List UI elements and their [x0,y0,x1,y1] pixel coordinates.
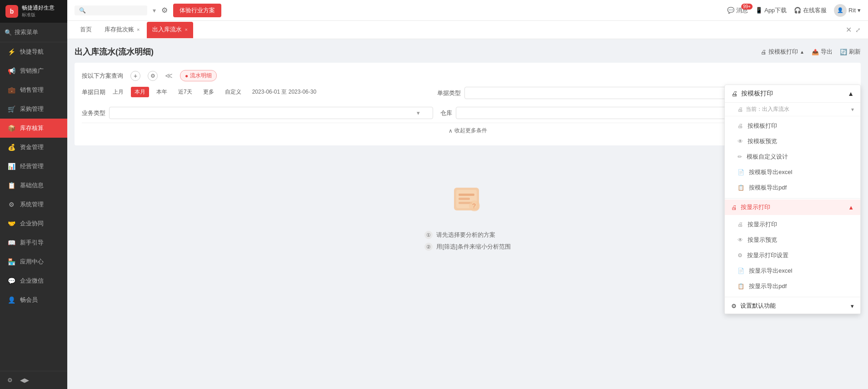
tab-home[interactable]: 首页 [75,22,97,38]
search-menu-label: 搜索菜单 [15,28,38,36]
date-btn-last-month[interactable]: 上月 [109,87,127,97]
tab-expand-icon[interactable]: ⤢ [855,26,861,34]
display-section-label: 按显示打印 [741,203,770,211]
sidebar-item-system[interactable]: ⚙ 系统管理 [0,195,67,214]
filter-collapse-btn[interactable]: ≪ [165,71,173,80]
sidebar-logo: b 畅捷通好生意 标准版 [0,0,67,23]
sidebar-settings-icon[interactable]: ⚙ [7,377,13,384]
dropdown-item-template-excel[interactable]: 📄 按模板导出excel [725,165,860,180]
date-btn-this-month[interactable]: 本月 [131,87,149,97]
active-filter-dot: ● [185,73,188,79]
message-badge: 99+ [741,4,753,10]
sidebar-item-inventory[interactable]: 📦 库存核算 [0,119,67,138]
sidebar-item-label: 系统管理 [20,200,44,209]
search-menu-btn[interactable]: 🔍 搜索菜单 [5,26,63,38]
empty-state-icon: ? [445,176,490,222]
member-icon: 👤 [7,296,15,304]
wechat-icon: 💬 [7,277,15,285]
inventory-batch-close-icon[interactable]: × [137,27,140,32]
dropdown-default-function[interactable]: ⚙ 设置默认功能 ▾ [725,298,860,314]
header-dropdown-icon[interactable]: ▾ [153,7,156,14]
template-pdf-icon: 📋 [738,185,744,191]
dropdown-item-display-excel[interactable]: 📄 按显示导出excel [725,263,860,279]
system-icon: ⚙ [7,200,15,209]
current-section-label: 当前：出入库流水 [746,105,789,113]
dropdown-item-template-print[interactable]: 🖨 按模板打印 [725,118,860,134]
sidebar-item-label: 企业协同 [20,219,44,228]
dropdown-current-section[interactable]: 🖨 当前：出入库流水 ▾ [725,103,860,116]
sidebar-collapse-icon[interactable]: ◀▶ [20,377,29,384]
sidebar-item-member[interactable]: 👤 畅会员 [0,290,67,309]
sidebar-item-label: 销售管理 [20,86,44,94]
tabs-right: ✕ ⤢ [846,25,861,34]
date-btn-7days[interactable]: 近7天 [175,87,196,97]
sidebar-item-label: 应用中心 [20,258,44,266]
export-icon: 📤 [812,49,819,55]
filter-settings-btn[interactable]: ⚙ [148,71,158,81]
date-btn-more[interactable]: 更多 [200,87,218,97]
empty-step-1: ① 请先选择要分析的方案 [424,231,510,239]
sidebar-item-label: 企业微信 [20,277,44,285]
print-template-btn[interactable]: 🖨 按模板打印 ▲ [761,48,804,56]
dropdown-item-template-pdf[interactable]: 📋 按模板导出pdf [725,180,860,195]
page-header-right: 🖨 按模板打印 ▲ 📤 导出 🔄 刷新 [761,48,861,56]
sidebar-item-label: 新手引导 [20,239,44,247]
dropdown-display-section-header[interactable]: 🖨 按显示打印 ▲ [725,199,860,215]
sidebar-item-label: 采购管理 [20,105,44,113]
sidebar-item-wechat[interactable]: 💬 企业微信 [0,271,67,290]
tab-inventory-batch[interactable]: 库存批次账 × [99,22,145,38]
dropdown-header-label: 按模板打印 [741,90,773,98]
export-btn[interactable]: 📤 导出 [812,48,833,56]
collapse-more-btn[interactable]: ∧ 收起更多条件 [447,125,489,136]
dropdown-display-section: 🖨 按显示打印 👁 按显示预览 ⚙ 按显示打印设置 📄 按显示导出excel 📋 [725,215,860,296]
sidebar-item-label: 资金管理 [20,143,44,151]
dropdown-header[interactable]: 🖨 按模板打印 ▲ [725,85,860,103]
dropdown-item-template-preview[interactable]: 👁 按模板预览 [725,134,860,149]
sidebar-item-quick-nav[interactable]: ⚡ 快捷导航 [0,42,67,61]
date-btn-this-year[interactable]: 本年 [153,87,171,97]
inout-flow-close-icon[interactable]: × [185,27,187,32]
sidebar-item-marketing[interactable]: 📢 营销推广 [0,61,67,80]
refresh-btn[interactable]: 🔄 刷新 [840,48,861,56]
inout-flow-label: 出入库流水 [152,25,182,34]
sidebar-bottom: ⚙ ◀▶ [0,371,67,389]
filter-row-1: 按以下方案查询 + ⚙ ≪ ● 流水明细 [82,70,853,81]
user-dropdown-icon: ▾ [858,7,861,14]
collapse-more-icon: ∧ [449,128,453,134]
sidebar-item-finance[interactable]: 💰 资金管理 [0,138,67,157]
user-name: Rit [848,7,856,14]
step1-num: ① [424,231,433,239]
sidebar-item-collab[interactable]: 🤝 企业协同 [0,214,67,233]
business-type-select[interactable]: ▾ [109,107,433,119]
current-section-chevron: ▾ [851,106,854,113]
filter-add-btn[interactable]: + [130,71,140,81]
date-btn-custom[interactable]: 自定义 [221,87,245,97]
header-settings-icon[interactable]: ⚙ [161,6,168,15]
sidebar-item-operations[interactable]: 📊 经营管理 [0,157,67,176]
dropdown-header-chevron: ▲ [848,90,854,97]
tab-close-all-icon[interactable]: ✕ [846,25,852,34]
sidebar-nav: ⚡ 快捷导航 📢 营销推广 💼 销售管理 🛒 采购管理 📦 库存核算 💰 资金管… [0,42,67,371]
sidebar-search-area: 🔍 搜索菜单 [0,23,67,42]
sidebar-item-sales[interactable]: 💼 销售管理 [0,80,67,100]
sidebar-item-basics[interactable]: 📋 基础信息 [0,176,67,195]
user-menu[interactable]: 👤 Rit ▾ [834,4,861,17]
header-search-bar[interactable]: 🔍 [75,5,147,15]
trial-btn[interactable]: 体验行业方案 [173,4,221,17]
operations-icon: 📊 [7,162,15,170]
tab-inout-flow[interactable]: 出入库流水 × [147,22,193,38]
dropdown-item-display-preview[interactable]: 👁 按显示预览 [725,232,860,248]
dropdown-item-display-pdf[interactable]: 📋 按显示导出pdf [725,279,860,294]
app-download-btn[interactable]: 📱 App下载 [755,6,787,15]
dropdown-item-display-print[interactable]: 🖨 按显示打印 [725,217,860,232]
online-service-icon: 🎧 [794,7,801,14]
sidebar-item-purchase[interactable]: 🛒 采购管理 [0,100,67,119]
online-service-btn[interactable]: 🎧 在线客服 [794,6,827,15]
active-filter-tag[interactable]: ● 流水明细 [180,70,217,81]
template-pdf-label: 按模板导出pdf [749,184,787,192]
sidebar-item-appstore[interactable]: 🏪 应用中心 [0,252,67,271]
dropdown-item-template-design[interactable]: ✏ 模板自定义设计 [725,149,860,165]
message-btn[interactable]: 💬 消息 99+ [727,6,748,15]
dropdown-item-display-settings[interactable]: ⚙ 按显示打印设置 [725,248,860,263]
sidebar-item-guide[interactable]: 📖 新手引导 [0,233,67,252]
